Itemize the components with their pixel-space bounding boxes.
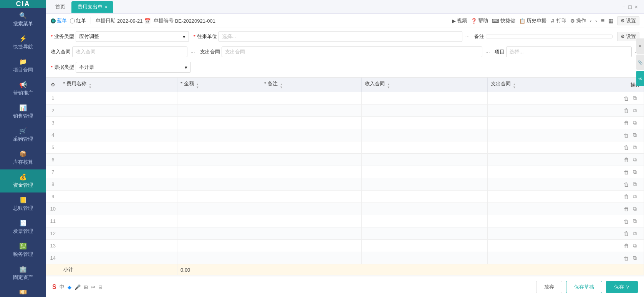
row-note-cell[interactable] (261, 203, 362, 215)
expense-contract-more[interactable]: ··· (485, 49, 490, 55)
sidebar-item-accounting[interactable]: 📒 总账管理 (0, 192, 46, 216)
col-name-header[interactable]: * 费用名称 ▲▼ (60, 78, 177, 92)
copy-row-button[interactable]: ⧉ (632, 143, 637, 151)
red-doc-radio[interactable]: 红单 (70, 17, 86, 24)
counterpart-input[interactable]: 选择... (219, 31, 462, 42)
row-note-cell[interactable] (261, 178, 362, 191)
window-close-button[interactable]: × (635, 4, 638, 10)
row-name-cell[interactable] (60, 227, 177, 240)
tab-home[interactable]: 首页 (49, 1, 71, 13)
row-expense-cell[interactable] (487, 141, 613, 154)
print-action[interactable]: 🖨 打印 (550, 17, 566, 24)
video-action[interactable]: ▶ 视频 (452, 17, 467, 24)
row-income-cell[interactable] (362, 117, 487, 129)
table-icon[interactable]: ⊟ (98, 284, 103, 290)
delete-row-button[interactable]: 🗑 (623, 181, 630, 188)
edge-tab-1[interactable]: ≡ (636, 38, 644, 54)
row-amount-cell[interactable] (177, 154, 261, 166)
copy-row-button[interactable]: ⧉ (632, 131, 637, 139)
edge-tab-3[interactable]: ≪ (636, 71, 644, 86)
row-income-cell[interactable] (362, 227, 487, 240)
row-amount-cell[interactable] (177, 117, 261, 129)
copy-row-button[interactable]: ⧉ (632, 242, 637, 250)
row-amount-cell[interactable] (177, 92, 261, 105)
tab-close-icon[interactable]: × (105, 5, 107, 9)
row-income-cell[interactable] (362, 203, 487, 215)
row-expense-cell[interactable] (487, 166, 613, 178)
sidebar-item-fixed-assets[interactable]: 🏢 固定资产 (0, 262, 46, 285)
scissors-icon[interactable]: ✂ (91, 284, 95, 290)
row-note-cell[interactable] (261, 117, 362, 129)
delete-row-button[interactable]: 🗑 (623, 217, 630, 225)
row-note-cell[interactable] (261, 92, 362, 105)
delete-row-button[interactable]: 🗑 (623, 144, 630, 151)
row-note-cell[interactable] (261, 240, 362, 252)
sidebar-item-project[interactable]: 📁 项目合同 (0, 54, 46, 77)
row-expense-cell[interactable] (487, 191, 613, 203)
row-income-cell[interactable] (362, 252, 487, 264)
nav-prev-button[interactable]: ‹ (590, 18, 591, 24)
delete-row-button[interactable]: 🗑 (623, 205, 630, 213)
copy-row-button[interactable]: ⧉ (632, 229, 637, 237)
copy-row-button[interactable]: ⧉ (632, 254, 637, 262)
row-name-cell[interactable] (60, 240, 177, 252)
row-amount-cell[interactable] (177, 141, 261, 154)
row-note-cell[interactable] (261, 129, 362, 141)
row-note-cell[interactable] (261, 215, 362, 227)
save-button[interactable]: 保存 ∨ (606, 281, 638, 293)
row-amount-cell[interactable] (177, 215, 261, 227)
row-amount-cell[interactable] (177, 105, 261, 117)
row-name-cell[interactable] (60, 154, 177, 166)
row-expense-cell[interactable] (487, 117, 613, 129)
row-note-cell[interactable] (261, 105, 362, 117)
sidebar-item-sales[interactable]: 📊 销售管理 (0, 100, 46, 123)
business-type-select[interactable]: 应付调整 ▾ (76, 31, 189, 42)
col-settings[interactable]: ⚙ (46, 78, 60, 92)
copy-row-button[interactable]: ⧉ (632, 217, 637, 225)
project-input[interactable]: 选择... (506, 46, 632, 57)
row-name-cell[interactable] (60, 166, 177, 178)
row-note-cell[interactable] (261, 252, 362, 264)
edge-tab-2[interactable]: 📎 (636, 55, 644, 70)
row-expense-cell[interactable] (487, 227, 613, 240)
row-note-cell[interactable] (261, 154, 362, 166)
row-name-cell[interactable] (60, 191, 177, 203)
blue-doc-radio[interactable]: 蓝单 (51, 17, 67, 24)
invoice-type-select[interactable]: 不开票 ▾ (76, 62, 191, 73)
delete-row-button[interactable]: 🗑 (623, 119, 630, 127)
row-expense-cell[interactable] (487, 178, 613, 191)
row-name-cell[interactable] (60, 215, 177, 227)
row-income-cell[interactable] (362, 92, 487, 105)
row-name-cell[interactable] (60, 105, 177, 117)
expense-contract-input[interactable]: 支出合同 (222, 46, 482, 57)
calendar-icon[interactable]: 📅 (144, 18, 151, 24)
row-name-cell[interactable] (60, 141, 177, 154)
row-expense-cell[interactable] (487, 252, 613, 264)
row-income-cell[interactable] (362, 166, 487, 178)
row-note-cell[interactable] (261, 227, 362, 240)
save-draft-button[interactable]: 保存草稿 (566, 281, 602, 293)
income-contract-more[interactable]: ··· (190, 49, 195, 55)
delete-row-button[interactable]: 🗑 (623, 95, 630, 102)
row-note-cell[interactable] (261, 191, 362, 203)
row-name-cell[interactable] (60, 117, 177, 129)
shortcut-action[interactable]: ⌨ 快捷键 (492, 17, 515, 24)
row-expense-cell[interactable] (487, 240, 613, 252)
row-name-cell[interactable] (60, 178, 177, 191)
row-expense-cell[interactable] (487, 129, 613, 141)
row-expense-cell[interactable] (487, 105, 613, 117)
col-income-header[interactable]: 收入合同 ▲▼ (362, 78, 487, 92)
row-income-cell[interactable] (362, 240, 487, 252)
tab-expense[interactable]: 费用支出单 × (71, 1, 113, 13)
chinese-input-icon[interactable]: 中 (60, 284, 65, 290)
sidebar-item-tax[interactable]: 💹 税务管理 (0, 239, 46, 262)
row-income-cell[interactable] (362, 215, 487, 227)
sidebar-item-invoice[interactable]: 🧾 发票管理 (0, 216, 46, 239)
nav-next-button[interactable]: › (595, 18, 597, 24)
remark-input[interactable] (486, 35, 613, 38)
col-amount-header[interactable]: * 金额 ▲▼ (177, 78, 261, 92)
row-note-cell[interactable] (261, 166, 362, 178)
sidebar-item-capital[interactable]: 💰 资金管理 (0, 169, 46, 192)
delete-row-button[interactable]: 🗑 (623, 168, 630, 176)
delete-row-button[interactable]: 🗑 (623, 193, 630, 201)
